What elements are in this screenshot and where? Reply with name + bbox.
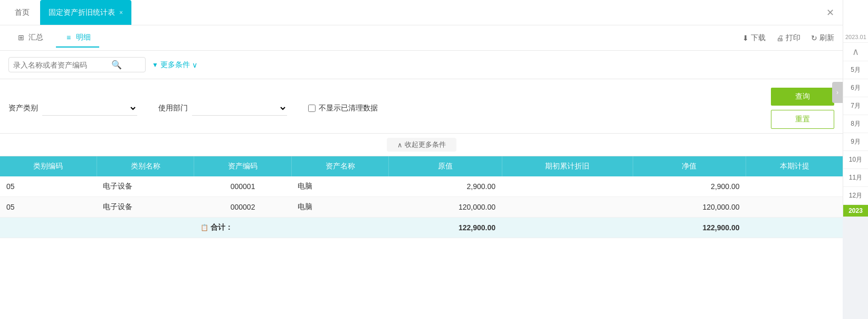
right-sidebar: 2023.01 ∧ 5月 6月 7月 8月 9月 10月 11月 12月 202… bbox=[843, 0, 868, 217]
sidebar-month-12[interactable]: 12月 bbox=[843, 187, 868, 205]
total-original-value: 122,900.00 bbox=[389, 218, 502, 238]
col-header-asset-code: 资产编码 bbox=[194, 156, 291, 176]
hide-cleared-checkbox[interactable] bbox=[308, 105, 316, 112]
refresh-button[interactable]: ↻ 刷新 bbox=[811, 33, 834, 43]
sidebar-month-9[interactable]: 9月 bbox=[843, 133, 868, 151]
sidebar-collapse-button[interactable]: › bbox=[832, 82, 843, 103]
search-input[interactable] bbox=[13, 61, 108, 69]
home-nav[interactable]: 首页 bbox=[8, 4, 36, 22]
search-input-wrap[interactable]: 🔍 bbox=[8, 57, 146, 72]
print-button[interactable]: 🖨 打印 bbox=[776, 33, 800, 43]
total-row: 📋 合计： 122,900.00 122,900.00 bbox=[0, 218, 843, 238]
chevron-down-icon: ∨ bbox=[192, 61, 197, 69]
tab-bar: ⊞ 汇总 ≡ 明细 ⬇ 下载 🖨 打印 ↻ 刷新 bbox=[0, 25, 843, 51]
cell-category-name: 电子设备 bbox=[97, 197, 194, 218]
table-row: 05 电子设备 000001 电脑 2,900.00 2,900.00 bbox=[0, 176, 843, 197]
tab-detail-label: 明细 bbox=[76, 33, 91, 42]
cell-category-code: 05 bbox=[0, 176, 97, 197]
sidebar-month-5[interactable]: 5月 bbox=[843, 61, 868, 79]
filter-buttons: 查询 重置 bbox=[771, 88, 834, 129]
collapse-more-label: 收起更多条件 bbox=[405, 140, 446, 149]
col-header-current-period: 本期计提 bbox=[746, 156, 843, 176]
cell-category-name: 电子设备 bbox=[97, 176, 194, 197]
cell-asset-name: 电脑 bbox=[291, 197, 388, 218]
department-select[interactable] bbox=[192, 101, 287, 116]
col-header-asset-name: 资产名称 bbox=[291, 156, 388, 176]
filter-icon: ▼ bbox=[152, 61, 158, 69]
sidebar-nav-up[interactable]: ∧ bbox=[843, 43, 868, 61]
sidebar-month-11[interactable]: 11月 bbox=[843, 169, 868, 187]
cell-net-value: 120,000.00 bbox=[633, 197, 746, 218]
collapse-more-section: ∧ 收起更多条件 bbox=[0, 134, 843, 156]
query-button[interactable]: 查询 bbox=[771, 88, 834, 106]
hide-cleared-wrap[interactable]: 不显示已清理数据 bbox=[308, 104, 378, 113]
asset-category-field: 资产类别 bbox=[8, 101, 137, 116]
cell-asset-code: 000002 bbox=[194, 197, 291, 218]
cell-asset-code: 000001 bbox=[194, 176, 291, 197]
right-sidebar-wrapper: › 2023.01 ∧ 5月 6月 7月 8月 9月 10月 11月 12月 2… bbox=[843, 0, 868, 319]
download-icon: ⬇ bbox=[742, 34, 749, 42]
more-conditions-label: 更多条件 bbox=[160, 60, 190, 70]
data-table-container: 类别编码 类别名称 资产编码 资产名称 原值 期初累计折旧 净值 本期计提 05… bbox=[0, 156, 843, 319]
department-field: 使用部门 bbox=[158, 101, 287, 116]
total-current-period bbox=[746, 218, 843, 238]
col-header-category-name: 类别名称 bbox=[97, 156, 194, 176]
total-accumulated-depreciation bbox=[502, 218, 633, 238]
print-icon: 🖨 bbox=[776, 34, 784, 42]
collapse-more-button[interactable]: ∧ 收起更多条件 bbox=[387, 138, 456, 152]
sidebar-month-7[interactable]: 7月 bbox=[843, 97, 868, 115]
col-header-category-code: 类别编码 bbox=[0, 156, 97, 176]
asset-category-label: 资产类别 bbox=[8, 104, 38, 113]
cell-current-period bbox=[746, 197, 843, 218]
cell-category-code: 05 bbox=[0, 197, 97, 218]
col-header-accumulated-depreciation: 期初累计折旧 bbox=[502, 156, 633, 176]
total-cell-1 bbox=[0, 218, 97, 238]
toolbar-actions: ⬇ 下载 🖨 打印 ↻ 刷新 bbox=[742, 33, 834, 43]
cell-original-value: 2,900.00 bbox=[389, 176, 502, 197]
refresh-icon: ↻ bbox=[811, 34, 817, 42]
refresh-label: 刷新 bbox=[819, 33, 834, 43]
top-nav: 首页 固定资产折旧统计表 × ✕ bbox=[0, 0, 843, 25]
total-label: 📋 合计： bbox=[194, 218, 389, 238]
sidebar-year[interactable]: 2023 bbox=[843, 205, 868, 217]
reset-button[interactable]: 重置 bbox=[771, 110, 834, 129]
download-label: 下载 bbox=[751, 33, 766, 43]
filter-extended: 资产类别 使用部门 不显示已清理数据 查询 重置 bbox=[0, 79, 843, 134]
department-label: 使用部门 bbox=[158, 104, 188, 113]
sidebar-date-display: 2023.01 bbox=[843, 32, 868, 43]
tab-summary-label: 汇总 bbox=[28, 33, 43, 42]
col-header-net-value: 净值 bbox=[633, 156, 746, 176]
cell-accumulated-depreciation bbox=[502, 176, 633, 197]
sidebar-month-10[interactable]: 10月 bbox=[843, 151, 868, 169]
tab-detail[interactable]: ≡ 明细 bbox=[56, 29, 99, 48]
hide-cleared-label: 不显示已清理数据 bbox=[319, 104, 378, 113]
tab-summary[interactable]: ⊞ 汇总 bbox=[8, 29, 52, 48]
sidebar-month-6[interactable]: 6月 bbox=[843, 79, 868, 97]
col-header-original-value: 原值 bbox=[389, 156, 502, 176]
cell-net-value: 2,900.00 bbox=[633, 176, 746, 197]
detail-icon: ≡ bbox=[64, 33, 73, 42]
data-table: 类别编码 类别名称 资产编码 资产名称 原值 期初累计折旧 净值 本期计提 05… bbox=[0, 156, 843, 238]
print-label: 打印 bbox=[786, 33, 800, 43]
search-area: 🔍 ▼ 更多条件 ∨ bbox=[0, 51, 843, 79]
search-icon[interactable]: 🔍 bbox=[111, 60, 122, 70]
cell-original-value: 120,000.00 bbox=[389, 197, 502, 218]
download-button[interactable]: ⬇ 下载 bbox=[742, 33, 766, 43]
collapse-up-icon: ∧ bbox=[397, 141, 403, 149]
summary-icon: ⊞ bbox=[17, 33, 25, 42]
window-close-button[interactable]: ✕ bbox=[826, 7, 834, 18]
asset-category-select[interactable] bbox=[42, 101, 137, 116]
sidebar-month-8[interactable]: 8月 bbox=[843, 115, 868, 133]
table-row: 05 电子设备 000002 电脑 120,000.00 120,000.00 bbox=[0, 197, 843, 218]
cell-accumulated-depreciation bbox=[502, 197, 633, 218]
active-tab[interactable]: 固定资产折旧统计表 × bbox=[40, 0, 131, 25]
total-cell-2 bbox=[97, 218, 194, 238]
tab-title: 固定资产折旧统计表 bbox=[49, 8, 115, 17]
more-conditions-button[interactable]: ▼ 更多条件 ∨ bbox=[152, 60, 197, 70]
total-net-value: 122,900.00 bbox=[633, 218, 746, 238]
cell-current-period bbox=[746, 176, 843, 197]
tab-close-icon[interactable]: × bbox=[119, 9, 123, 16]
cell-asset-name: 电脑 bbox=[291, 176, 388, 197]
